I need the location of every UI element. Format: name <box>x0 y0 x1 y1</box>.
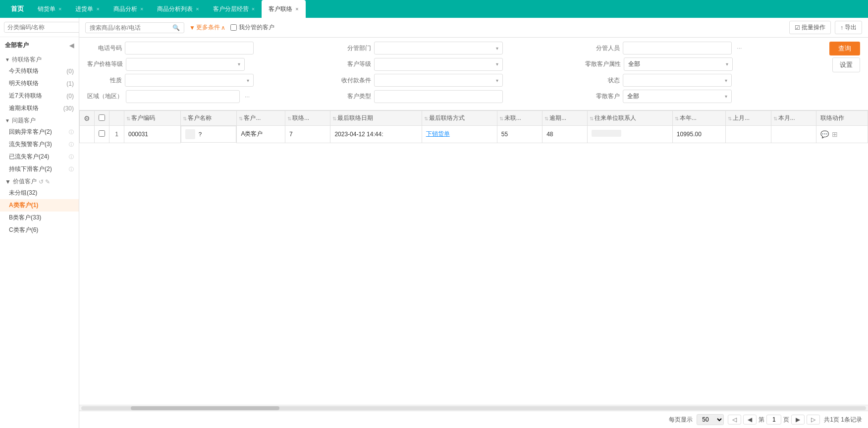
more-filters-button[interactable]: ▼ 更多条件 ∧ <box>189 23 225 32</box>
first-page-button[interactable]: ◁ <box>728 415 741 425</box>
region-input[interactable] <box>126 90 240 103</box>
filter-cell-retail-attr: 零散客户属性 全部 ▾ <box>585 57 824 71</box>
close-customer-segment-tab[interactable]: × <box>252 6 255 12</box>
payment-select[interactable]: ▾ <box>374 74 503 87</box>
filter-row-3: 性质 ▾ 收付款条件 ▾ <box>87 74 824 87</box>
not-contacted-col-header[interactable]: ⇅ 未联... <box>497 111 542 126</box>
name-col-header[interactable]: ⇅ 客户名称 <box>180 111 237 126</box>
customer-type-col-header[interactable]: ⇅ 客户... <box>237 111 285 126</box>
per-page-select[interactable]: 50 100 200 <box>697 414 724 425</box>
this-year-col-header[interactable]: ⇅ 本年... <box>672 111 725 126</box>
customer-type-label: 客户类型 <box>336 92 371 101</box>
settings-button[interactable]: 设置 <box>832 57 860 72</box>
grid-icon[interactable]: ⊞ <box>832 130 838 138</box>
sidebar-item-class-a[interactable]: A类客户(1) <box>0 199 79 212</box>
select-all-checkbox[interactable] <box>99 114 105 121</box>
phone-input[interactable] <box>125 42 254 54</box>
last-contact-method-col-header[interactable]: ⇅ 最后联络方式 <box>422 111 497 126</box>
sidebar-item-week[interactable]: 近7天待联络(0) <box>0 90 79 102</box>
info-icon4: ⓘ <box>69 166 74 173</box>
contact-method-link[interactable]: 下销货单 <box>426 130 450 137</box>
row-checkbox-cell[interactable] <box>95 126 109 143</box>
sidebar-item-churn-warning[interactable]: 流失预警客户(3)ⓘ <box>0 138 79 151</box>
price-level-select[interactable]: ▾ <box>126 58 245 71</box>
row-company-contact-cell <box>588 126 672 143</box>
sidebar-item-tomorrow[interactable]: 明天待联络(1) <box>0 77 79 90</box>
next-page-button[interactable]: ▶ <box>791 415 805 425</box>
nav-tab-sales[interactable]: 销货单 × <box>31 0 68 18</box>
last-page-button[interactable]: ▷ <box>807 415 820 425</box>
overdue-col-header[interactable]: ⇅ 逾期... <box>542 111 588 126</box>
edit-icon[interactable]: ✎ <box>45 178 50 185</box>
sidebar-item-churned[interactable]: 已流失客户(24)ⓘ <box>0 151 79 163</box>
close-sales-tab[interactable]: × <box>58 6 61 12</box>
sidebar-search-input[interactable] <box>4 22 79 33</box>
nav-tab-customer-contact[interactable]: 客户联络 × <box>262 0 305 18</box>
nature-select[interactable]: ▾ <box>125 74 254 87</box>
sidebar-item-class-b[interactable]: B类客户(33) <box>0 212 79 224</box>
close-purchase-tab[interactable]: × <box>96 6 99 12</box>
last-contact-date-col-header[interactable]: ⇅ 最后联络日期 <box>330 111 422 126</box>
manager-dots-icon[interactable]: ··· <box>737 45 742 52</box>
sidebar-item-declining[interactable]: 持续下滑客户(2)ⓘ <box>0 163 79 175</box>
filter-cell-region: 区域（地区） ··· <box>87 90 326 103</box>
this-month-col-header[interactable]: ⇅ 本月... <box>771 111 816 126</box>
nav-tab-customer-segment[interactable]: 客户分层经营 × <box>206 0 262 18</box>
page-number-input[interactable] <box>766 415 781 425</box>
all-customers-header[interactable]: 全部客户 ◀ <box>0 37 79 54</box>
contact-count-col-header[interactable]: ⇅ 联络... <box>285 111 330 126</box>
settings-col-header[interactable]: ⚙ <box>80 111 95 126</box>
dept-select[interactable]: ▾ <box>374 42 503 54</box>
customer-level-select[interactable]: ▾ <box>374 58 503 71</box>
horizontal-scrollbar[interactable] <box>79 405 868 411</box>
checkbox-col-header[interactable] <box>95 111 109 126</box>
column-settings-button[interactable]: ⚙ <box>84 114 90 122</box>
last-month-col-header[interactable]: ⇅ 上月... <box>726 111 771 126</box>
sort-icon12: ⇅ <box>773 115 777 121</box>
region-dots-icon[interactable]: ··· <box>245 93 250 100</box>
manager-input[interactable] <box>623 42 732 54</box>
sidebar-item-repurchase-anomaly[interactable]: 回购异常客户(2)ⓘ <box>0 126 79 138</box>
filter-icon: ▼ <box>189 24 195 31</box>
prev-page-button[interactable]: ◀ <box>743 415 757 425</box>
nav-tab-product-list[interactable]: 商品分析列表 × <box>150 0 206 18</box>
row-not-contacted-cell: 55 <box>497 126 542 143</box>
sort-icon5: ⇅ <box>332 115 336 121</box>
scrollbar-thumb[interactable] <box>131 406 279 410</box>
nature-arrow-icon: ▾ <box>247 78 249 83</box>
close-customer-contact-tab[interactable]: × <box>295 6 298 12</box>
sidebar-item-overdue[interactable]: 逾期未联络(30) <box>0 102 79 114</box>
company-contact-col-header[interactable]: ⇅ 往来单位联系人 <box>588 111 672 126</box>
filter-cell-dept: 分管部门 ▾ <box>336 42 576 54</box>
comment-icon[interactable]: 💬 <box>820 130 829 138</box>
status-select[interactable]: ▾ <box>623 74 732 87</box>
pagination-controls: ◁ ◀ 第 页 ▶ ▷ <box>728 415 820 425</box>
close-all-button[interactable]: × <box>858 209 863 219</box>
action-icons-group: 💬 ⊞ <box>820 130 864 138</box>
row-checkbox[interactable] <box>99 130 105 137</box>
status-arrow-icon: ▾ <box>725 78 727 83</box>
price-level-label: 客户价格等级 <box>87 60 123 68</box>
export-button[interactable]: ↑ 导出 <box>835 21 862 34</box>
my-customers-checkbox[interactable] <box>230 24 237 31</box>
nav-tab-product-analysis[interactable]: 商品分析 × <box>107 0 150 18</box>
nav-tab-home[interactable]: 首页 <box>4 0 31 18</box>
my-customers-filter[interactable]: 我分管的客户 <box>230 23 274 32</box>
sort-icon8: ⇅ <box>544 115 548 121</box>
sidebar-item-ungrouped[interactable]: 未分组(32) <box>0 187 79 199</box>
code-col-header[interactable]: ⇅ 客户编码 <box>124 111 181 126</box>
customer-type-input[interactable] <box>374 90 503 103</box>
nav-tab-purchase[interactable]: 进货单 × <box>68 0 106 18</box>
filter-search-input[interactable] <box>90 24 172 31</box>
filter-actions: ☑ 批量操作 ↑ 导出 <box>789 21 862 34</box>
retail-select[interactable]: 全部 ▾ <box>623 90 732 103</box>
sidebar-item-today[interactable]: 今天待联络(0) <box>0 65 79 77</box>
close-product-list-tab[interactable]: × <box>196 6 199 12</box>
sidebar-item-class-c[interactable]: C类客户(6) <box>0 224 79 236</box>
sidebar-collapse-icon[interactable]: ◀ <box>69 42 74 49</box>
batch-operations-button[interactable]: ☑ 批量操作 <box>789 21 831 34</box>
retail-attr-select[interactable]: 全部 ▾ <box>624 57 733 71</box>
refresh-icon[interactable]: ↺ <box>39 178 44 185</box>
close-product-analysis-tab[interactable]: × <box>140 6 143 12</box>
query-button[interactable]: 查询 <box>829 42 860 55</box>
